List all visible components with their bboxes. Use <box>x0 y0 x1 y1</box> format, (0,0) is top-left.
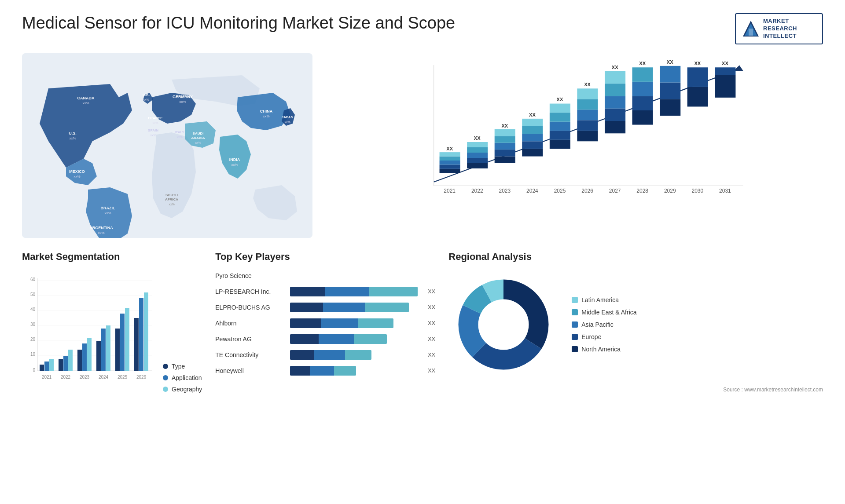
svg-rect-129 <box>63 356 68 371</box>
svg-text:xx%: xx% <box>263 114 269 118</box>
svg-rect-63 <box>522 134 543 141</box>
legend-label-application: Application <box>172 374 202 381</box>
player-row: ELPRO-BUCHS AG XX <box>215 301 435 314</box>
svg-text:2022: 2022 <box>61 375 71 380</box>
svg-rect-136 <box>96 341 101 371</box>
player-xx: XX <box>428 336 435 342</box>
player-name: TE Connectivity <box>215 351 286 358</box>
donut-svg <box>448 270 558 380</box>
svg-rect-72 <box>550 103 570 113</box>
svg-text:2025: 2025 <box>118 375 128 380</box>
header: Medical Sensor for ICU Monitoring Market… <box>22 13 823 44</box>
svg-rect-65 <box>522 119 543 126</box>
svg-rect-82 <box>605 121 625 133</box>
svg-text:10: 10 <box>30 352 36 357</box>
svg-text:ARGENTINA: ARGENTINA <box>89 226 113 230</box>
page-title: Medical Sensor for ICU Monitoring Market… <box>22 13 455 33</box>
player-row: LP-RESEARCH Inc. XX <box>215 285 435 298</box>
svg-text:2023: 2023 <box>499 188 511 194</box>
svg-rect-69 <box>550 131 570 140</box>
top-section: CANADA xx% U.S. xx% MEXICO xx% BRAZIL xx… <box>22 53 823 238</box>
svg-rect-140 <box>115 329 120 371</box>
players-list: Pyro Science LP-RESEARCH Inc. XX <box>215 270 435 377</box>
svg-text:XX: XX <box>557 97 563 102</box>
svg-text:2024: 2024 <box>526 188 538 194</box>
legend-europe: Europe <box>572 333 636 340</box>
segmentation-title: Market Segmentation <box>22 251 202 263</box>
svg-rect-62 <box>522 141 543 149</box>
player-bar-wrap <box>290 365 420 377</box>
bar-seg3 <box>334 366 356 376</box>
svg-text:ITALY: ITALY <box>175 130 184 134</box>
svg-rect-130 <box>68 350 73 371</box>
svg-rect-40 <box>440 169 460 173</box>
player-bar <box>290 287 418 296</box>
svg-text:xx%: xx% <box>284 121 290 124</box>
player-bar-wrap <box>290 333 420 345</box>
svg-text:2029: 2029 <box>664 188 676 194</box>
legend-color-asia-pacific <box>572 321 578 328</box>
svg-text:xx%: xx% <box>98 231 104 235</box>
legend-label-north-america: North America <box>581 346 621 353</box>
bar-seg1 <box>290 366 310 376</box>
bar-seg3 <box>369 287 418 296</box>
svg-text:XX: XX <box>722 61 728 66</box>
svg-rect-124 <box>40 365 44 371</box>
bar-seg1 <box>290 303 323 312</box>
svg-rect-97 <box>660 66 680 83</box>
bar-chart-container: 2021 XX 2022 XX 2023 XX <box>321 53 823 238</box>
svg-rect-64 <box>522 126 543 134</box>
svg-rect-137 <box>101 329 106 371</box>
player-row: TE Connectivity XX <box>215 349 435 361</box>
svg-text:XX: XX <box>612 64 618 69</box>
player-name: LP-RESEARCH Inc. <box>215 288 286 295</box>
svg-rect-133 <box>82 343 87 371</box>
svg-text:GERMANY: GERMANY <box>173 95 193 99</box>
svg-rect-78 <box>577 99 598 110</box>
svg-rect-142 <box>125 308 129 371</box>
svg-rect-86 <box>605 71 625 84</box>
logo-icon <box>742 20 760 37</box>
svg-rect-42 <box>440 161 460 164</box>
legend-color-middle-east <box>572 309 578 315</box>
legend-dot-type <box>163 364 168 369</box>
svg-text:2028: 2028 <box>636 188 648 194</box>
map-container: CANADA xx% U.S. xx% MEXICO xx% BRAZIL xx… <box>22 53 312 238</box>
seg-legend: Type Application Geography <box>163 358 202 393</box>
bar-chart-svg: 2021 XX 2022 XX 2023 XX <box>343 58 819 216</box>
svg-text:XX: XX <box>584 82 591 87</box>
player-xx: XX <box>428 304 435 310</box>
svg-rect-2 <box>749 29 753 36</box>
svg-text:XX: XX <box>501 123 508 128</box>
svg-text:2031: 2031 <box>719 188 731 194</box>
legend-latin-america: Latin America <box>572 296 636 303</box>
svg-rect-70 <box>550 121 570 131</box>
svg-text:XX: XX <box>667 59 673 64</box>
seg-chart-area: 0 10 20 30 40 50 60 <box>22 270 202 393</box>
player-bar <box>290 318 393 328</box>
bar-seg3 <box>358 318 393 328</box>
svg-point-153 <box>481 302 526 347</box>
svg-text:U.S.: U.S. <box>69 131 77 135</box>
svg-text:CANADA: CANADA <box>77 96 95 100</box>
svg-rect-48 <box>467 158 488 163</box>
source-text: Source : www.marketresearchintellect.com <box>448 387 823 393</box>
player-row: Pyro Science <box>215 270 435 282</box>
svg-rect-96 <box>660 82 680 99</box>
svg-rect-68 <box>550 140 570 149</box>
svg-text:xx%: xx% <box>143 98 149 101</box>
svg-rect-71 <box>550 113 570 122</box>
svg-text:xx%: xx% <box>69 136 76 140</box>
svg-text:xx%: xx% <box>152 121 158 124</box>
regional-title: Regional Analysis <box>448 251 823 263</box>
svg-rect-85 <box>605 84 625 96</box>
svg-rect-90 <box>632 96 653 110</box>
svg-rect-47 <box>467 163 488 168</box>
player-xx: XX <box>428 320 435 326</box>
player-name: Honeywell <box>215 367 286 374</box>
legend-type: Type <box>163 363 202 370</box>
bar-seg2 <box>321 318 358 328</box>
svg-rect-58 <box>495 129 515 136</box>
svg-rect-51 <box>467 142 488 147</box>
svg-text:xx%: xx% <box>195 141 201 144</box>
